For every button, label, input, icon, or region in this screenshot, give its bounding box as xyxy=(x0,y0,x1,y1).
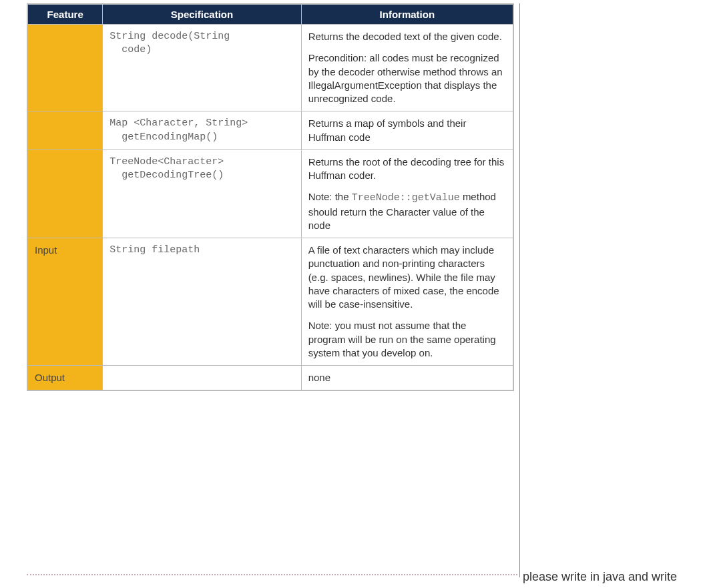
horizontal-rule xyxy=(27,574,517,575)
feature-cell xyxy=(27,111,103,150)
spec-cell: TreeNode<Character> getDecodingTree() xyxy=(103,150,301,238)
info-cell: Returns a map of symbols and their Huffm… xyxy=(301,111,513,150)
info-cell: none xyxy=(301,366,513,391)
feature-cell xyxy=(27,150,103,238)
info-paragraph: Note: you must not assume that the progr… xyxy=(308,319,506,360)
spec-cell: String decode(String code) xyxy=(103,25,301,111)
feature-cell xyxy=(27,25,103,111)
info-paragraph: A file of text characters which may incl… xyxy=(308,244,506,311)
info-paragraph: Returns the decoded text of the given co… xyxy=(308,30,506,43)
spec-table-container: Feature Specification Information String… xyxy=(27,3,514,391)
info-cell: A file of text characters which may incl… xyxy=(301,238,513,366)
header-specification: Specification xyxy=(103,4,301,25)
feature-cell: Output xyxy=(27,366,103,391)
table-row: String decode(String code) Returns the d… xyxy=(27,25,513,111)
info-cell: Returns the root of the decoding tree fo… xyxy=(301,150,513,238)
info-paragraph: Returns the root of the decoding tree fo… xyxy=(308,156,506,183)
feature-cell: Input xyxy=(27,238,103,366)
vertical-divider xyxy=(519,3,520,577)
info-paragraph: Precondition: all codes must be recogniz… xyxy=(308,51,506,105)
table-row: TreeNode<Character> getDecodingTree() Re… xyxy=(27,150,513,238)
info-paragraph: Note: the TreeNode::getValue method shou… xyxy=(308,190,506,232)
table-row: Map <Character, String> getEncodingMap()… xyxy=(27,111,513,150)
info-paragraph: Returns a map of symbols and their Huffm… xyxy=(308,117,506,144)
info-paragraph: none xyxy=(308,371,506,384)
header-feature: Feature xyxy=(27,4,103,25)
code-inline: TreeNode::getValue xyxy=(352,192,460,204)
caption-text: please write in java and write xyxy=(523,570,677,584)
table-row: Output none xyxy=(27,366,513,391)
spec-table: Feature Specification Information String… xyxy=(27,3,514,391)
table-row: Input String filepath A file of text cha… xyxy=(27,238,513,366)
spec-cell: String filepath xyxy=(103,238,301,366)
info-cell: Returns the decoded text of the given co… xyxy=(301,25,513,111)
spec-cell xyxy=(103,366,301,391)
spec-cell: Map <Character, String> getEncodingMap() xyxy=(103,111,301,150)
header-information: Information xyxy=(301,4,513,25)
